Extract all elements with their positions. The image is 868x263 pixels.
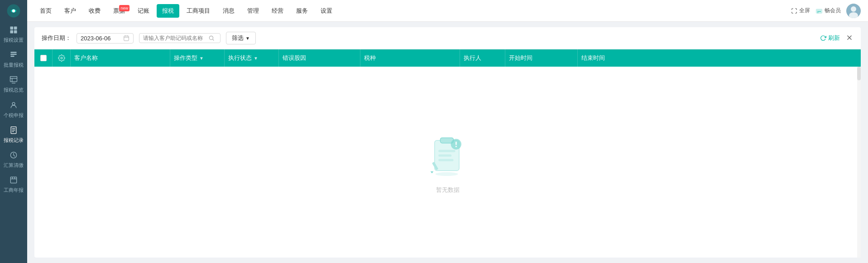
- svg-marker-45: [430, 171, 433, 173]
- nav-settings[interactable]: 设置: [315, 4, 338, 18]
- nav-management[interactable]: 管理: [242, 4, 264, 18]
- sidebar: 报税设置 批量报税 报税总览: [0, 0, 27, 263]
- table-header: 客户名称 操作类型 ▼ 执行状态 ▼ 错误股因 税种: [34, 49, 861, 67]
- date-input[interactable]: [81, 35, 121, 42]
- svg-rect-4: [10, 30, 14, 34]
- svg-point-46: [435, 172, 458, 175]
- member-btn[interactable]: 畅会员: [815, 7, 841, 15]
- sidebar-item-individual-tax-label: 个税申报: [4, 112, 24, 118]
- topnav: 首页 客户 收费 票据 new 记账 报税 工商项目 消息 管理 经营 服务 设…: [27, 0, 868, 22]
- th-customer-name: 客户名称: [71, 49, 170, 67]
- svg-rect-42: [456, 141, 457, 145]
- select-all-checkbox[interactable]: [40, 55, 47, 61]
- nav-home[interactable]: 首页: [34, 4, 57, 18]
- date-input-wrap[interactable]: [77, 33, 134, 44]
- sort-icon-operation-type: ▼: [199, 56, 204, 61]
- sidebar-item-settlement[interactable]: 汇算清缴: [0, 147, 27, 172]
- empty-text: 暂无数据: [436, 186, 460, 194]
- svg-rect-2: [10, 27, 14, 30]
- fullscreen-label: 全屏: [799, 7, 810, 15]
- scrollbar-track[interactable]: [857, 67, 861, 258]
- table-body: 暂无数据: [34, 67, 861, 258]
- th-gear[interactable]: [53, 49, 71, 67]
- nav-service[interactable]: 服务: [291, 4, 313, 18]
- nav-message[interactable]: 消息: [217, 4, 240, 18]
- annual-report-icon: [9, 175, 18, 186]
- th-end-time: 结束时间: [578, 49, 637, 67]
- sidebar-item-tax-settings-label: 报税设置: [4, 37, 24, 43]
- date-label: 操作日期：: [42, 34, 71, 42]
- search-input-wrap[interactable]: [139, 33, 221, 43]
- sidebar-item-batch-tax-label: 批量报税: [4, 62, 24, 68]
- sidebar-item-annual-report[interactable]: 工商年报: [0, 172, 27, 197]
- svg-rect-12: [12, 83, 15, 83]
- close-button[interactable]: [845, 34, 854, 43]
- tax-settings-icon: [9, 25, 18, 36]
- settlement-icon: [9, 151, 18, 161]
- nav-operations[interactable]: 经营: [266, 4, 289, 18]
- filter-button[interactable]: 筛选 ▼: [226, 32, 256, 44]
- scrollbar-thumb[interactable]: [857, 67, 861, 80]
- content-area: 操作日期：: [27, 22, 868, 263]
- toolbar: 操作日期：: [34, 27, 861, 49]
- search-input[interactable]: [143, 35, 206, 41]
- svg-rect-6: [10, 52, 16, 54]
- invoice-badge: new: [119, 5, 129, 11]
- sort-icon-exec-status: ▼: [254, 56, 258, 61]
- svg-point-25: [851, 6, 856, 12]
- topnav-right: 全屏 畅会员: [791, 4, 861, 18]
- svg-rect-3: [14, 27, 17, 30]
- tax-records-icon: [9, 126, 18, 136]
- member-label: 畅会员: [825, 7, 841, 15]
- th-start-time: 开始时间: [505, 49, 578, 67]
- svg-line-32: [213, 39, 214, 41]
- empty-illustration: [425, 131, 470, 180]
- search-icon: [208, 35, 215, 41]
- filter-label: 筛选: [232, 34, 244, 42]
- refresh-label: 刷新: [828, 34, 840, 42]
- svg-rect-9: [10, 77, 17, 82]
- content-card: 操作日期：: [34, 27, 861, 258]
- table-wrap: 客户名称 操作类型 ▼ 执行状态 ▼ 错误股因 税种: [34, 49, 861, 258]
- svg-rect-27: [124, 36, 129, 41]
- svg-rect-7: [10, 54, 16, 55]
- sidebar-item-individual-tax[interactable]: 个税申报: [0, 97, 27, 122]
- refresh-icon: [820, 35, 826, 41]
- fullscreen-btn[interactable]: 全屏: [791, 7, 810, 15]
- calendar-icon: [123, 35, 129, 41]
- svg-rect-40: [438, 159, 453, 161]
- close-icon: [845, 34, 854, 42]
- sidebar-item-tax-overview[interactable]: 报税总览: [0, 72, 27, 97]
- th-exec-status[interactable]: 执行状态 ▼: [225, 49, 279, 67]
- user-avatar[interactable]: [846, 4, 861, 18]
- filter-chevron-icon: ▼: [245, 36, 250, 41]
- sidebar-item-tax-settings[interactable]: 报税设置: [0, 22, 27, 47]
- svg-point-1: [12, 10, 15, 12]
- sidebar-item-annual-report-label: 工商年报: [4, 187, 24, 193]
- main-area: 首页 客户 收费 票据 new 记账 报税 工商项目 消息 管理 经营 服务 设…: [27, 0, 868, 263]
- th-checkbox[interactable]: [34, 49, 53, 67]
- gear-icon: [58, 54, 65, 62]
- batch-tax-icon: [9, 50, 18, 61]
- th-operation-type[interactable]: 操作类型 ▼: [170, 49, 225, 67]
- svg-point-35: [61, 57, 62, 59]
- svg-rect-23: [816, 9, 822, 13]
- nav-business[interactable]: 工商项目: [181, 4, 216, 18]
- svg-rect-38: [438, 150, 456, 152]
- nav-customer[interactable]: 客户: [59, 4, 82, 18]
- th-tax-type: 税种: [360, 49, 460, 67]
- sidebar-item-tax-records-label: 报税记录: [4, 137, 24, 143]
- sidebar-item-batch-tax[interactable]: 批量报税: [0, 47, 27, 72]
- individual-tax-icon: [9, 101, 18, 111]
- svg-point-43: [455, 146, 456, 147]
- sidebar-logo: [0, 0, 27, 22]
- empty-state: 暂无数据: [425, 131, 470, 194]
- th-executor: 执行人: [460, 49, 505, 67]
- svg-rect-5: [14, 30, 17, 34]
- nav-accounts[interactable]: 记账: [132, 4, 155, 18]
- refresh-button[interactable]: 刷新: [820, 34, 840, 42]
- nav-billing[interactable]: 收费: [83, 4, 106, 18]
- sidebar-item-tax-records[interactable]: 报税记录: [0, 122, 27, 147]
- nav-invoice[interactable]: 票据 new: [108, 4, 130, 18]
- nav-tax[interactable]: 报税: [157, 4, 179, 18]
